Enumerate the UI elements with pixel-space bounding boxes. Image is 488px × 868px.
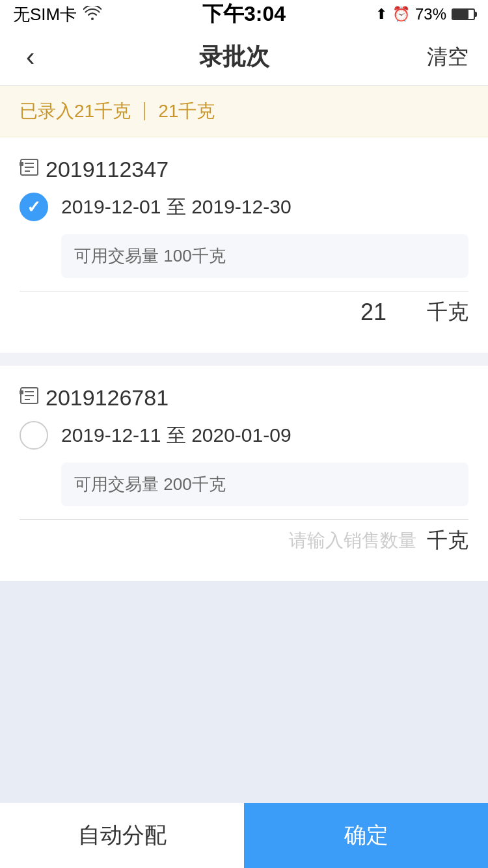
batch-row-2[interactable]: 2019-12-11 至 2020-01-09 <box>20 421 468 450</box>
svg-rect-4 <box>20 162 23 166</box>
page-title: 录批次 <box>199 41 269 73</box>
auto-distribute-button[interactable]: 自动分配 <box>0 803 244 868</box>
back-button[interactable]: ‹ <box>20 36 41 78</box>
page-content: 2019112347 2019-12-01 至 2019-12-30 可用交易量… <box>0 137 488 868</box>
batch-row-1[interactable]: 2019-12-01 至 2019-12-30 <box>20 193 468 221</box>
batch-avail-1: 可用交易量 100千克 <box>61 234 468 278</box>
batch-icon-2 <box>20 387 39 409</box>
bottom-bar: 自动分配 确定 <box>0 803 488 868</box>
quantity-row-2: 千克 <box>20 520 468 568</box>
batch-checkbox-1[interactable] <box>20 193 48 221</box>
status-bar: 无SIM卡 下午3:04 ⬆ ⏰ 73% <box>0 0 488 29</box>
section-gap <box>0 353 488 366</box>
info-divider <box>144 102 145 120</box>
quantity-unit-1: 千克 <box>427 298 468 327</box>
confirm-button[interactable]: 确定 <box>244 803 488 868</box>
quantity-row-1: 21 千克 <box>20 292 468 340</box>
batch-card-2: 2019126781 2019-12-11 至 2020-01-09 可用交易量… <box>0 366 488 581</box>
batch-header-2: 2019126781 <box>20 385 468 411</box>
status-right: ⬆ ⏰ 73% <box>375 5 475 23</box>
battery-label: 73% <box>415 5 446 23</box>
wifi-icon <box>83 5 102 25</box>
batch-checkbox-2[interactable] <box>20 421 48 450</box>
batch-id-1: 2019112347 <box>46 157 169 182</box>
carrier-label: 无SIM卡 <box>13 3 77 26</box>
batch-date-1: 2019-12-01 至 2019-12-30 <box>61 194 291 221</box>
svg-rect-9 <box>20 390 23 394</box>
info-entered-label: 已录入21千克 <box>20 99 131 124</box>
batch-id-2: 2019126781 <box>46 385 169 411</box>
batch-icon-1 <box>20 158 39 181</box>
status-left: 无SIM卡 <box>13 3 102 26</box>
batch-avail-2: 可用交易量 200千克 <box>61 463 468 506</box>
battery-icon <box>452 8 475 20</box>
nav-bar: ‹ 录批次 清空 <box>0 29 488 86</box>
quantity-value-1: 21 <box>360 299 386 326</box>
clear-button[interactable]: 清空 <box>427 43 468 72</box>
alarm-icon: ⏰ <box>392 6 410 23</box>
time-display: 下午3:04 <box>202 0 286 29</box>
info-value: 21千克 <box>158 99 215 124</box>
info-banner: 已录入21千克 21千克 <box>0 86 488 137</box>
quantity-input-2[interactable] <box>221 530 416 551</box>
location-icon: ⬆ <box>375 6 387 23</box>
batch-header-1: 2019112347 <box>20 157 468 182</box>
batch-card-1: 2019112347 2019-12-01 至 2019-12-30 可用交易量… <box>0 137 488 353</box>
quantity-unit-2: 千克 <box>427 526 468 555</box>
batch-date-2: 2019-12-11 至 2020-01-09 <box>61 422 291 449</box>
